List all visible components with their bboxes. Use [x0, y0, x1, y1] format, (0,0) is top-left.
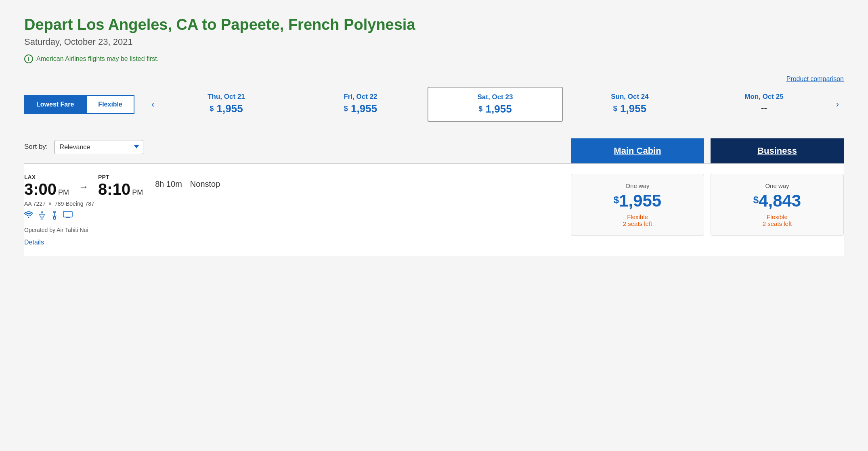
- sort-label: Sort by:: [24, 143, 48, 151]
- depart-time: 3:00: [24, 181, 57, 197]
- depart-period: PM: [58, 188, 69, 197]
- main-cabin-price: $1,955: [579, 192, 696, 210]
- business-header[interactable]: Business: [711, 138, 844, 163]
- sort-select[interactable]: Relevance Price Duration Departure Arriv…: [55, 140, 143, 154]
- main-cabin-seats: 2 seats left: [579, 220, 696, 227]
- date-col-fri[interactable]: Fri, Oct 22 $ 1,955: [294, 87, 428, 122]
- title-route: Los Angeles, CA to Papeete, French Polyn…: [77, 16, 415, 33]
- title-prefix: Depart: [24, 16, 77, 33]
- usb-icon: [51, 211, 58, 222]
- date-columns: Thu, Oct 21 $ 1,955 Fri, Oct 22 $ 1,955 …: [159, 87, 831, 122]
- svg-rect-5: [63, 211, 72, 217]
- arrive-period: PM: [132, 188, 143, 197]
- date-col-thu-label: Thu, Oct 21: [164, 93, 289, 101]
- date-col-mon[interactable]: Mon, Oct 25 --: [697, 87, 831, 122]
- wifi-icon: [24, 211, 33, 222]
- info-notice-text: American Airlines flights may be listed …: [36, 55, 159, 63]
- fare-toggle: Lowest Fare Flexible: [24, 95, 134, 114]
- date-selector-row: Lowest Fare Flexible ‹ Thu, Oct 21 $ 1,9…: [24, 87, 844, 122]
- details-link[interactable]: Details: [24, 239, 44, 246]
- origin-col: LAX 3:00 PM: [24, 174, 69, 197]
- main-cabin-flexible: Flexible: [579, 213, 696, 220]
- svg-rect-3: [53, 211, 54, 213]
- entertainment-icon: [63, 211, 73, 222]
- lowest-fare-button[interactable]: Lowest Fare: [24, 95, 86, 114]
- business-dollar: $: [753, 195, 759, 205]
- business-fare-card[interactable]: One way $4,843 Flexible 2 seats left: [711, 174, 844, 236]
- prev-date-arrow[interactable]: ‹: [147, 99, 159, 110]
- sort-and-cabin-wrapper: Sort by: Relevance Price Duration Depart…: [24, 138, 844, 163]
- svg-rect-1: [42, 211, 43, 213]
- flight-arrow: →: [79, 181, 88, 192]
- flight-row: LAX 3:00 PM → PPT 8:10 PM 8h 10m Nonstop: [24, 164, 844, 256]
- nonstop-text: Nonstop: [190, 180, 220, 189]
- operated-by: Operated by Air Tahiti Nui: [24, 227, 571, 233]
- date-col-sun[interactable]: Sun, Oct 24 $ 1,955: [563, 87, 697, 122]
- date-col-fri-price: $ 1,955: [298, 102, 423, 115]
- origin-code: LAX: [24, 174, 69, 180]
- page-subtitle: Saturday, October 23, 2021: [24, 37, 844, 47]
- business-price: $4,843: [719, 192, 835, 210]
- business-flexible: Flexible: [719, 213, 835, 220]
- main-cabin-header[interactable]: Main Cabin: [571, 138, 704, 163]
- date-col-fri-label: Fri, Oct 22: [298, 93, 423, 101]
- arrive-time: 8:10: [98, 181, 130, 197]
- aircraft-type: 789-Boeing 787: [55, 200, 94, 207]
- info-icon: i: [24, 54, 33, 63]
- fare-cards: One way $1,955 Flexible 2 seats left One…: [571, 174, 844, 236]
- flexible-button[interactable]: Flexible: [86, 95, 134, 114]
- info-notice: i American Airlines flights may be liste…: [24, 54, 844, 63]
- date-col-mon-price: --: [701, 102, 826, 113]
- duration-text: 8h 10m: [155, 180, 182, 189]
- product-comparison-row: Product comparison: [24, 75, 844, 83]
- date-col-thu[interactable]: Thu, Oct 21 $ 1,955: [159, 87, 293, 122]
- main-cabin-label: Main Cabin: [614, 146, 661, 156]
- date-col-thu-price: $ 1,955: [164, 102, 289, 115]
- svg-rect-0: [41, 211, 42, 213]
- date-col-sun-price: $ 1,955: [567, 102, 692, 115]
- power-icon: [38, 211, 46, 222]
- flight-number: AA 7227: [24, 200, 46, 207]
- amenities-row: [24, 211, 571, 222]
- sort-row: Sort by: Relevance Price Duration Depart…: [24, 140, 143, 154]
- cabin-headers: Main Cabin Business: [571, 138, 844, 163]
- flight-duration-col: 8h 10m Nonstop: [155, 174, 220, 189]
- next-date-arrow[interactable]: ›: [831, 99, 844, 110]
- dest-code: PPT: [98, 174, 143, 180]
- flight-meta: AA 7227 789-Boeing 787: [24, 200, 571, 207]
- main-cabin-oneway-label: One way: [579, 182, 696, 189]
- date-col-sat-label: Sat, Oct 23: [432, 93, 558, 101]
- business-seats: 2 seats left: [719, 220, 835, 227]
- dest-col: PPT 8:10 PM: [98, 174, 143, 197]
- business-label: Business: [757, 146, 797, 156]
- bullet: [49, 203, 51, 205]
- business-oneway-label: One way: [719, 182, 835, 189]
- date-col-sat[interactable]: Sat, Oct 23 $ 1,955: [428, 87, 562, 122]
- svg-point-2: [53, 217, 56, 219]
- date-col-sun-label: Sun, Oct 24: [567, 93, 692, 101]
- main-cabin-fare-card[interactable]: One way $1,955 Flexible 2 seats left: [571, 174, 704, 236]
- arrow-col: →: [69, 174, 98, 192]
- svg-rect-4: [55, 211, 56, 213]
- page-title: Depart Los Angeles, CA to Papeete, Frenc…: [24, 16, 844, 33]
- flight-details: LAX 3:00 PM → PPT 8:10 PM 8h 10m Nonstop: [24, 174, 571, 246]
- main-cabin-dollar: $: [614, 195, 619, 205]
- date-col-sat-price: $ 1,955: [432, 103, 558, 115]
- product-comparison-link[interactable]: Product comparison: [786, 75, 844, 83]
- date-col-mon-label: Mon, Oct 25: [701, 93, 826, 101]
